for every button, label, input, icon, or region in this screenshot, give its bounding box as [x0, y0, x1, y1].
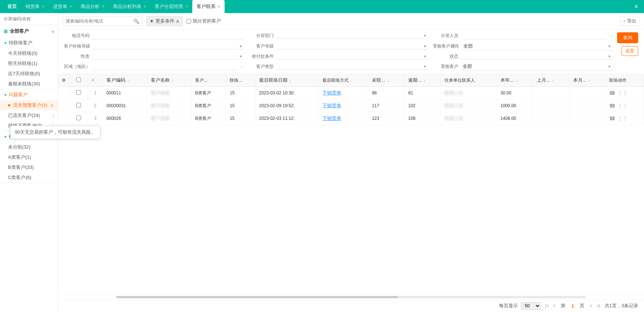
scrollbar-thumb[interactable]	[116, 296, 398, 298]
nature-select[interactable]: ▼	[92, 54, 244, 60]
this-month-header[interactable]: 本月... ↕	[569, 74, 605, 87]
row2-contact-icon[interactable]: ☎	[609, 103, 615, 109]
arrow-icon: ▼	[4, 41, 7, 45]
checkbox-header[interactable]	[70, 74, 88, 87]
sidebar-item-7days[interactable]: 近7天待联络(0)	[0, 69, 58, 79]
search-icon[interactable]: 🔍	[133, 19, 139, 24]
status-label: 状态	[433, 53, 458, 60]
export-btn[interactable]: ↑ 导出	[620, 16, 640, 26]
select-all-checkbox[interactable]	[76, 77, 81, 82]
sidebar-item-c-class[interactable]: C类客户(6)	[0, 173, 58, 183]
sidebar-item-b-class[interactable]: B类客户(33)	[0, 162, 58, 173]
row3-checkbox-cell[interactable]	[70, 112, 88, 125]
my-customers-checkbox-label[interactable]: 我分管的客户	[186, 18, 221, 24]
last-page-btn[interactable]: >|	[595, 303, 601, 309]
price-grade-select[interactable]: ▼	[93, 44, 244, 49]
search-input[interactable]	[66, 19, 133, 24]
row3-contact-icon[interactable]: ☎	[609, 116, 615, 121]
close-segment-tab[interactable]: ×	[185, 4, 188, 9]
horizontal-scrollbar[interactable]	[58, 294, 644, 299]
next-page-btn[interactable]: >	[588, 303, 593, 309]
phone-input[interactable]	[92, 32, 244, 39]
region-more[interactable]: ···	[240, 64, 244, 69]
row3-name: 客户名称	[147, 112, 191, 125]
filter-actions: 查询 设置	[617, 32, 638, 56]
group-pending-header[interactable]: ▼ 待联络客户	[0, 37, 58, 48]
tab-sales[interactable]: 销货单 ×	[21, 0, 49, 13]
customer-type-select[interactable]: ▼	[277, 64, 428, 70]
sidebar-item-unclassified[interactable]: 未分组(32)	[0, 142, 58, 152]
row1-gear	[58, 87, 70, 100]
num-header: #	[88, 74, 103, 87]
sidebar: 🔍 ⊞ 全部客户 « ▼ 待联络客户 今天待联络(0) 明天待联络(1) 近7天…	[0, 13, 58, 312]
row1-contact-icon[interactable]: ☎	[609, 90, 615, 96]
sidebar-item-churned[interactable]: 已流失客户(24) ℹ	[0, 110, 58, 121]
this-year-header[interactable]: 本年... ↕	[496, 74, 533, 87]
close-window-btn[interactable]: ×	[631, 3, 641, 11]
price-grade-label: 客户价格等级	[64, 43, 90, 49]
close-sales-tab[interactable]: ×	[42, 4, 44, 9]
row2-checkbox-cell[interactable]	[70, 100, 88, 112]
row3-this-month	[569, 112, 605, 125]
group-problem-header[interactable]: ▼ 问题客户	[0, 89, 58, 100]
last-month-header[interactable]: 上月... ↕	[533, 74, 569, 87]
row1-more-icon[interactable]: ⋮⋮	[617, 90, 628, 96]
all-customers-header[interactable]: ⊞ 全部客户 «	[0, 25, 58, 37]
retail-attr-select[interactable]: 全部 ▼	[462, 42, 613, 50]
row3-contact: 15	[226, 112, 255, 125]
settings-btn[interactable]: 设置	[621, 46, 638, 56]
row1-checkbox[interactable]	[76, 90, 81, 95]
per-page-select[interactable]: 50 100 200	[521, 302, 541, 310]
row2-more-icon[interactable]: ⋮⋮	[617, 103, 628, 109]
my-customers-checkbox[interactable]	[186, 19, 191, 24]
tab-purchase[interactable]: 进货单 ×	[49, 0, 76, 13]
customer-grade-select[interactable]: ▼	[277, 44, 428, 49]
dept-select[interactable]: ▼	[277, 33, 428, 39]
row3-contact-type[interactable]: 下销货单	[319, 112, 368, 125]
manager-more[interactable]: ···	[609, 33, 613, 39]
row2-contact-type[interactable]: 下销货单	[319, 100, 368, 112]
prev-page-btn[interactable]: <	[552, 303, 557, 309]
row3-checkbox[interactable]	[76, 116, 81, 120]
row1-contact-type[interactable]: 下销货单	[319, 87, 368, 100]
tab-product-list[interactable]: 商品分析列表 ×	[109, 0, 150, 13]
sidebar-item-overdue[interactable]: 逾期未联络(30)	[0, 79, 58, 89]
sidebar-item-tomorrow[interactable]: 明天待联络(1)	[0, 58, 58, 69]
name-header[interactable]: 客户名称 ↕	[147, 74, 191, 87]
tab-customer-contact[interactable]: 客户联系 ×	[192, 0, 225, 13]
retail-customer-select[interactable]: 全部 ▼	[461, 62, 613, 71]
row3-more-icon[interactable]: ⋮⋮	[617, 116, 628, 121]
tab-customer-segment[interactable]: 客户分层经营 ×	[150, 0, 192, 13]
status-select[interactable]: ▼	[461, 54, 613, 60]
more-filter-btn[interactable]: ▼ 更多条件 ∧	[146, 16, 183, 26]
row3-action-icons: ☎ ⋮⋮	[609, 116, 640, 121]
not-contacted-header[interactable]: 未联... ↕	[368, 74, 404, 87]
row1-checkbox-cell[interactable]	[70, 87, 88, 100]
query-btn[interactable]: 查询	[617, 32, 638, 43]
code-header[interactable]: 客户编码 ↕	[102, 74, 147, 87]
sidebar-search-input[interactable]	[4, 16, 58, 21]
table-row: 3 000026 客户名称 B类客户 15 2023-02-03 11:12: …	[58, 112, 644, 125]
row3-this-year: 1408.00	[496, 112, 533, 125]
row2-name: 客户名称	[147, 100, 191, 112]
filter-retail-customer: 零散客户 全部 ▼	[433, 62, 613, 71]
payment-select[interactable]: ▼	[277, 54, 428, 60]
tab-product-analysis[interactable]: 商品分析 ×	[76, 0, 109, 13]
sidebar-item-churn-warning[interactable]: 流失预警客户(3) ⚠	[0, 100, 58, 110]
last-contact-date-header[interactable]: 最后联络日期 ↕	[255, 74, 318, 87]
close-purchase-tab[interactable]: ×	[69, 4, 72, 9]
close-contact-tab[interactable]: ×	[218, 4, 220, 9]
first-page-btn[interactable]: |<	[544, 303, 550, 309]
gear-header[interactable]: ⚙	[58, 74, 70, 87]
close-product-list-tab[interactable]: ×	[144, 4, 146, 9]
region-input[interactable]	[93, 63, 237, 70]
filter-payment: 收付款条件 ▼	[248, 53, 428, 60]
manager-input[interactable]	[461, 32, 606, 39]
row2-checkbox[interactable]	[76, 103, 81, 108]
sidebar-item-a-class[interactable]: A类客户(1)	[0, 152, 58, 162]
sidebar-item-today[interactable]: 今天待联络(0)	[0, 48, 58, 58]
tab-home[interactable]: 首页	[3, 0, 21, 13]
scrollbar-track[interactable]	[116, 296, 586, 298]
close-product-analysis-tab[interactable]: ×	[102, 4, 104, 9]
overdue-header[interactable]: 逾期... ↕	[404, 74, 441, 87]
